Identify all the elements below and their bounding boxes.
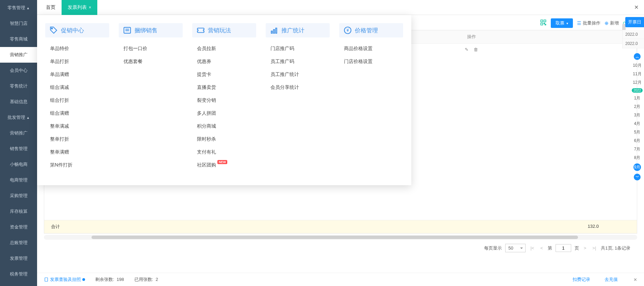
pager-summary: 共1页, 1条记录 <box>601 245 630 251</box>
month-item[interactable]: 12月 <box>633 80 641 85</box>
month-item[interactable]: 6月 <box>634 138 641 144</box>
month-item[interactable]: 4月 <box>634 121 641 127</box>
close-all-tabs[interactable]: ✕ <box>631 3 641 12</box>
year-item[interactable]: 2022.0 <box>623 39 644 48</box>
tag-icon <box>49 26 58 35</box>
year-badge: 2022 <box>632 88 643 93</box>
tab-home[interactable]: 首页 <box>40 0 62 15</box>
sidebar-item-ecom[interactable]: 小畅电商 <box>0 157 37 172</box>
mega-item[interactable]: 优惠券 <box>192 55 256 68</box>
mega-item[interactable]: 组合打折 <box>45 94 109 107</box>
deduct-log-link[interactable]: 扣费记录 <box>573 276 590 283</box>
mega-item[interactable]: 单品打折 <box>45 55 109 68</box>
sidebar-item-smartstore[interactable]: 智慧门店 <box>0 16 37 31</box>
mega-item[interactable]: 优惠套餐 <box>119 55 183 68</box>
add-button[interactable]: ⊕新增 <box>605 20 619 26</box>
pager-prev-icon[interactable]: < <box>539 245 544 251</box>
topup-link[interactable]: 去充值 <box>605 276 618 283</box>
month-item[interactable]: 2月 <box>634 104 641 110</box>
mega-item[interactable]: 第N件打折 <box>45 159 109 172</box>
month-item[interactable]: 10月 <box>633 63 641 68</box>
sidebar-item-marketing[interactable]: 营销推广 <box>0 47 37 63</box>
delete-icon[interactable]: 🗑 <box>474 47 478 52</box>
month-item[interactable]: 11月 <box>633 71 641 77</box>
sidebar-item-marketing2[interactable]: 营销推广 <box>0 125 37 141</box>
sidebar-item-ledger[interactable]: 总账管理 <box>0 235 37 251</box>
pager-last-icon[interactable]: >| <box>591 245 597 251</box>
mega-item[interactable]: 整单满赠 <box>45 146 109 159</box>
mega-item[interactable]: 裂变分销 <box>192 94 256 107</box>
ticket-icon <box>196 26 205 35</box>
footer-close-icon[interactable]: ✕ <box>633 277 637 282</box>
sidebar-item-wholesale[interactable]: 批发管理▲ <box>0 110 37 125</box>
month-item[interactable]: 8月 <box>634 155 641 161</box>
mega-item[interactable]: 社区团购NEW <box>192 159 256 172</box>
sidebar-item-tax[interactable]: 税务管理 <box>0 266 37 282</box>
svg-rect-10 <box>544 20 546 22</box>
sidebar-item-retailmall[interactable]: 零售商城 <box>0 31 37 47</box>
mega-item[interactable]: 商品价格设置 <box>339 42 403 55</box>
invoice-date-button[interactable]: 开票日 <box>625 17 644 27</box>
mega-item[interactable]: 直播卖货 <box>192 81 256 94</box>
sidebar-item-retailstats[interactable]: 零售统计 <box>0 78 37 94</box>
invoice-check-link[interactable]: 发票查验及抬照 <box>44 276 85 283</box>
sidebar-item-invoice[interactable]: 发票管理 <box>0 251 37 266</box>
page-word: 第 <box>548 245 552 251</box>
status-footer: 发票查验及抬照 剩余张数: 198 已用张数: 2 扣费记录 去充值 ✕ <box>37 273 644 286</box>
mega-item[interactable]: 员工推广统计 <box>266 68 330 81</box>
pager-next-icon[interactable]: > <box>582 245 588 251</box>
sidebar-item-ecommgmt[interactable]: 电商管理 <box>0 172 37 188</box>
mega-head-play: 营销玩法 <box>192 23 256 37</box>
mega-item[interactable]: 限时秒杀 <box>192 133 256 146</box>
year-item[interactable]: 2022.0 <box>623 30 644 39</box>
mega-item[interactable]: 门店价格设置 <box>339 55 403 68</box>
month-item-current[interactable]: 9月 <box>633 163 641 171</box>
mega-item[interactable]: 打包一口价 <box>119 42 183 55</box>
close-icon[interactable]: × <box>89 5 91 10</box>
month-item[interactable]: 7月 <box>634 146 641 152</box>
batch-button[interactable]: ☰批量操作 <box>577 20 600 26</box>
fetch-button[interactable]: 取票▾ <box>551 18 573 28</box>
mega-item[interactable]: 会员拉新 <box>192 42 256 55</box>
sidebar-item-sales[interactable]: 销售管理 <box>0 141 37 157</box>
month-item[interactable]: 1月 <box>634 95 641 101</box>
mega-item[interactable]: 整单满减 <box>45 120 109 133</box>
svg-rect-11 <box>541 23 543 25</box>
used-count: 已用张数: 2 <box>134 276 158 283</box>
sidebar-item-purchase[interactable]: 采购管理 <box>0 188 37 204</box>
edit-icon[interactable]: ✎ <box>465 47 468 52</box>
timeline-up-icon[interactable]: ︽ <box>634 53 641 60</box>
svg-point-0 <box>51 28 52 29</box>
mega-item[interactable]: 提货卡 <box>192 68 256 81</box>
sidebar-item-member[interactable]: 会员中心 <box>0 63 37 78</box>
mega-item[interactable]: 单品特价 <box>45 42 109 55</box>
month-item[interactable]: 5月 <box>634 129 641 135</box>
qr-icon[interactable] <box>540 19 547 28</box>
sidebar-item-retail[interactable]: 零售管理▲ <box>0 0 37 16</box>
gear-icon[interactable]: ⚙ <box>0 282 37 286</box>
footer-label: 合计 <box>44 220 67 233</box>
sidebar-item-basicinfo[interactable]: 基础信息 <box>0 94 37 110</box>
month-item[interactable]: 3月 <box>634 112 641 118</box>
mega-item[interactable]: 多人拼团 <box>192 107 256 120</box>
mega-item[interactable]: 整单打折 <box>45 133 109 146</box>
mega-item[interactable]: 员工推广码 <box>266 55 330 68</box>
tab-invoice-list[interactable]: 发票列表× <box>62 0 97 15</box>
mega-item[interactable]: 组合满减 <box>45 81 109 94</box>
pager: 每页显示 50 |< < 第 页 > >| 共1页, 1条记录 <box>44 240 637 256</box>
mega-item[interactable]: 单品满赠 <box>45 68 109 81</box>
mega-item[interactable]: 会员分享统计 <box>266 81 330 94</box>
mega-head-promo: 促销中心 <box>45 23 109 37</box>
mega-item[interactable]: 门店推广码 <box>266 42 330 55</box>
perpage-select[interactable]: 50 <box>505 244 526 252</box>
page-input[interactable] <box>556 244 571 252</box>
mega-item[interactable]: 组合满赠 <box>45 107 109 120</box>
sidebar-item-inventory[interactable]: 库存核算 <box>0 204 37 219</box>
pager-first-icon[interactable]: |< <box>529 245 535 251</box>
horizontal-scrollbar[interactable] <box>44 235 637 240</box>
timeline-down-icon[interactable]: ︾ <box>634 174 641 180</box>
sidebar-item-funds[interactable]: 资金管理 <box>0 219 37 235</box>
mega-item[interactable]: 积分商城 <box>192 120 256 133</box>
mega-item[interactable]: 支付有礼 <box>192 146 256 159</box>
year-list: 2022.0 2022.0 <box>622 30 644 48</box>
